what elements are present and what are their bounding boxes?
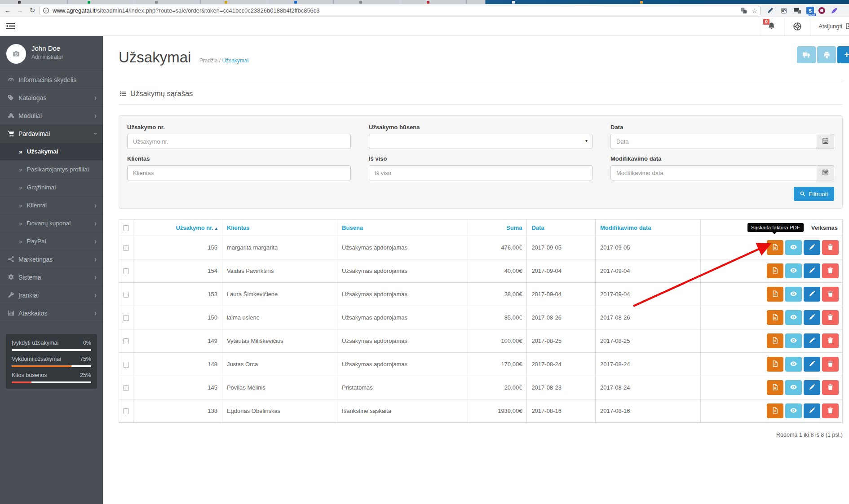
invoice-pdf-button[interactable] — [767, 333, 783, 348]
sidebar-subitem[interactable]: »Užsakymai — [0, 143, 103, 161]
total-input[interactable] — [369, 165, 593, 180]
menu-toggle-icon[interactable] — [6, 22, 15, 30]
cell-total: 85,00€ — [468, 306, 527, 329]
invoice-pdf-button[interactable] — [767, 357, 783, 372]
sidebar-subitem[interactable]: »PayPal› — [0, 232, 103, 250]
sidebar-subitem[interactable]: »Dovanų kuponai› — [0, 215, 103, 232]
view-order-button[interactable] — [785, 240, 802, 255]
edit-order-button[interactable] — [804, 403, 820, 418]
support-button[interactable] — [784, 17, 810, 35]
sidebar-item[interactable]: Informacinis skydelis — [0, 71, 103, 89]
date-calendar-button[interactable] — [817, 134, 834, 149]
column-header[interactable]: Klientas — [222, 220, 337, 236]
ip-lookup-icon[interactable]: IP — [779, 6, 788, 15]
sidebar-subitem[interactable]: »Pasikartojantys profiliai — [0, 161, 103, 179]
cell-modified: 2017-09-04 — [595, 283, 700, 306]
back-icon[interactable]: ← — [3, 5, 13, 15]
reload-icon[interactable]: ↻ — [27, 5, 37, 15]
delete-order-button[interactable] — [822, 380, 839, 395]
edit-order-button[interactable] — [804, 240, 820, 255]
feather-icon[interactable] — [830, 6, 839, 15]
sidebar-item[interactable]: Sistema› — [0, 268, 103, 286]
sidebar-item[interactable]: Katalogas› — [0, 89, 103, 107]
invoice-pdf-button[interactable] — [767, 263, 783, 278]
invoice-pdf-button[interactable] — [767, 403, 783, 418]
invoice-pdf-button[interactable] — [767, 287, 783, 302]
logout-button[interactable]: Atsijungti — [810, 17, 849, 35]
select-all-checkbox[interactable] — [123, 225, 129, 231]
forward-icon[interactable]: → — [15, 5, 25, 15]
date-modified-input[interactable] — [610, 165, 817, 180]
delete-order-button[interactable] — [822, 333, 839, 348]
edit-order-button[interactable] — [804, 263, 820, 278]
view-order-button[interactable] — [785, 263, 802, 278]
column-header[interactable]: Modifikavimo data — [595, 220, 700, 236]
breadcrumb-home[interactable]: Pradžia — [199, 57, 218, 64]
translate-icon[interactable] — [740, 7, 747, 14]
column-header[interactable]: Data — [527, 220, 596, 236]
sidebar-subitem[interactable]: »Klientai› — [0, 197, 103, 215]
delete-order-button[interactable] — [822, 263, 839, 278]
eye-icon — [790, 290, 797, 298]
customer-input[interactable] — [127, 165, 351, 180]
alerts-button[interactable]: 0 — [759, 17, 784, 35]
print-invoice-button[interactable] — [817, 46, 836, 63]
sidebar-item[interactable]: Ataskaitos› — [0, 304, 103, 322]
add-order-button[interactable]: + — [837, 46, 849, 63]
date-modified-calendar-button[interactable] — [817, 165, 834, 180]
edit-order-button[interactable] — [804, 310, 820, 325]
delete-order-button[interactable] — [822, 287, 839, 302]
s-extension-icon[interactable]: SNew — [806, 7, 814, 14]
sidebar-item[interactable]: Moduliai› — [0, 107, 103, 125]
date-input[interactable] — [610, 134, 817, 149]
row-checkbox[interactable] — [123, 315, 129, 321]
sidebar-item[interactable]: Marketingas› — [0, 250, 103, 268]
edit-order-button[interactable] — [804, 287, 820, 302]
pencil-icon — [809, 384, 815, 392]
sidebar-item[interactable]: Įrankiai› — [0, 286, 103, 304]
view-order-button[interactable] — [785, 357, 802, 372]
delete-order-button[interactable] — [822, 403, 839, 418]
row-checkbox[interactable] — [123, 338, 129, 344]
row-checkbox[interactable] — [123, 385, 129, 391]
address-bar[interactable]: www.agregatai.lt/siteadmin14/index.php?r… — [40, 6, 761, 15]
screenshot-lens-icon[interactable] — [818, 7, 825, 14]
view-order-button[interactable] — [785, 333, 802, 348]
responsive-panels-icon[interactable] — [793, 6, 802, 15]
edit-order-button[interactable] — [804, 333, 820, 348]
delete-order-button[interactable] — [822, 240, 839, 255]
edit-order-button[interactable] — [804, 380, 820, 395]
invoice-pdf-button[interactable] — [767, 310, 783, 325]
eyedropper-icon[interactable] — [766, 6, 775, 15]
row-checkbox[interactable] — [123, 362, 129, 368]
cell-actions — [701, 236, 843, 259]
page-info-icon[interactable] — [43, 7, 49, 14]
edit-order-button[interactable] — [804, 357, 820, 372]
invoice-pdf-button[interactable] — [767, 240, 783, 255]
order-status-select[interactable]: ▾ — [369, 134, 593, 149]
row-checkbox[interactable] — [123, 268, 129, 274]
row-checkbox[interactable] — [123, 408, 129, 414]
column-header[interactable]: Užsakymo nr. ▴ — [133, 220, 222, 236]
column-header[interactable]: Būsena — [337, 220, 468, 236]
invoice-pdf-button[interactable] — [767, 380, 783, 395]
pdf-file-icon — [772, 314, 778, 322]
view-order-button[interactable] — [785, 287, 802, 302]
trash-icon — [827, 267, 834, 275]
filter-button[interactable]: Filtruoti — [794, 187, 834, 201]
view-order-button[interactable] — [785, 380, 802, 395]
row-checkbox[interactable] — [123, 292, 129, 298]
breadcrumb-current[interactable]: Užsakymai — [222, 57, 249, 64]
delete-order-button[interactable] — [822, 310, 839, 325]
delete-order-button[interactable] — [822, 357, 839, 372]
view-order-button[interactable] — [785, 310, 802, 325]
order-no-input[interactable] — [127, 134, 351, 149]
column-header[interactable]: Suma — [468, 220, 527, 236]
view-order-button[interactable] — [785, 403, 802, 418]
sidebar-item-label: Įrankiai — [18, 292, 39, 299]
bookmark-star-icon[interactable]: ☆ — [752, 8, 757, 14]
row-checkbox[interactable] — [123, 245, 129, 251]
shipping-list-button[interactable] — [797, 46, 816, 63]
sidebar-item[interactable]: Pardavimai› — [0, 125, 103, 143]
sidebar-subitem[interactable]: »Grąžinimai — [0, 179, 103, 197]
